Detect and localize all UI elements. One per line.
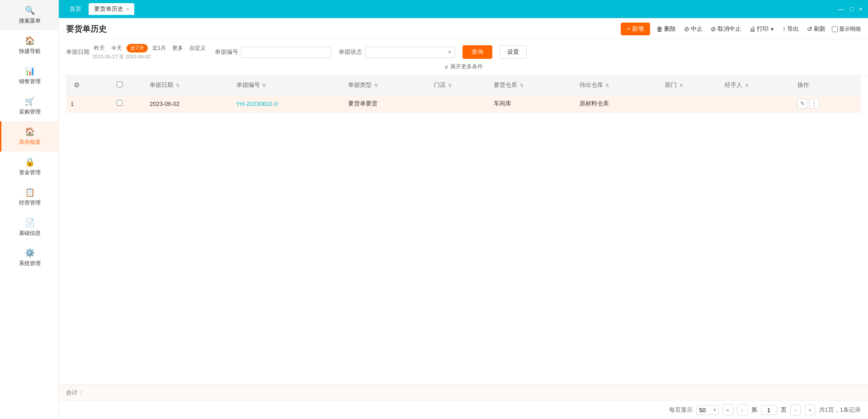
sort-req-warehouse-icon[interactable]: ⇅ <box>520 83 524 88</box>
filter-settings-button[interactable]: 设置 <box>500 45 527 59</box>
export-button[interactable]: ↑ 导出 <box>781 24 801 34</box>
data-table: ⚙ 单据日期 ⇅ 单据编号 ⇅ <box>66 76 861 113</box>
date-filter-label: 单据日期 <box>66 48 90 56</box>
expand-more-button[interactable]: ∨ 展开更多条件 <box>66 63 861 71</box>
main-area: 首页 要货单历史 × — □ × 要货单历史 + 新增 🗑 删除 ⊘ <box>59 0 868 419</box>
first-page-button[interactable]: « <box>722 405 733 415</box>
cell-pending-warehouse: 原材料仓库 <box>575 95 661 113</box>
sort-doc-type-icon[interactable]: ⇅ <box>374 83 378 88</box>
print-label: 打印 <box>757 25 769 33</box>
show-detail-checkbox[interactable] <box>832 26 838 32</box>
prev-page-button[interactable]: ‹ <box>737 405 748 415</box>
col-department: 部门 ⇅ <box>660 76 720 95</box>
date-shortcuts-row: 昨天 今天 近7天 近1月 更多 自定义 <box>92 44 208 52</box>
doc-no-input[interactable] <box>241 47 331 58</box>
sidebar-item-sales-mgmt[interactable]: 📊 销售管理 <box>0 61 58 91</box>
date-btn-custom[interactable]: 自定义 <box>188 44 208 52</box>
row-edit-button[interactable]: ✎ <box>797 99 807 109</box>
system-icon: ⚙️ <box>25 248 35 258</box>
sidebar-item-label: 销售管理 <box>19 78 41 86</box>
date-btn-today[interactable]: 今天 <box>109 44 124 52</box>
total-label: 合计： <box>66 389 84 397</box>
tab-home-label: 首页 <box>70 5 81 13</box>
next-page-button[interactable]: › <box>790 405 801 415</box>
refresh-button[interactable]: ↺ 刷新 <box>805 24 827 34</box>
search-menu-icon: 🔍 <box>25 5 35 15</box>
sidebar-item-finance-mgmt[interactable]: 🔒 资金管理 <box>0 152 58 182</box>
delete-button[interactable]: 🗑 删除 <box>655 24 678 34</box>
print-button[interactable]: 🖨 打印 ▼ <box>747 24 776 34</box>
date-btn-yesterday[interactable]: 昨天 <box>92 44 107 52</box>
table-footer: 合计： <box>59 385 868 400</box>
page-input[interactable] <box>761 405 777 415</box>
page-header: 要货单历史 + 新增 🗑 删除 ⊘ 中止 ⊘ 取消中止 🖨 打印 <box>59 18 868 39</box>
finance-icon: 🔒 <box>25 157 35 167</box>
per-page-label: 每页显示 <box>669 406 693 414</box>
status-select[interactable] <box>365 47 455 58</box>
sidebar-item-operations-mgmt[interactable]: 📋 经营管理 <box>0 182 58 212</box>
col-department-label: 部门 <box>665 81 677 88</box>
window-close-icon[interactable]: × <box>859 5 863 13</box>
sort-pending-warehouse-icon[interactable]: ⇅ <box>605 83 609 88</box>
date-shortcuts: 昨天 今天 近7天 近1月 更多 自定义 2023-05-27 至 2023-0… <box>92 44 208 60</box>
cancel-stop-button[interactable]: ⊘ 取消中止 <box>709 24 743 34</box>
sidebar-item-purchase-mgmt[interactable]: 🛒 采购管理 <box>0 91 58 121</box>
cell-index: 1 <box>66 95 112 113</box>
sort-doc-no-icon[interactable]: ⇅ <box>262 83 266 88</box>
sort-handler-icon[interactable]: ⇅ <box>745 83 749 88</box>
date-btn-7days[interactable]: 近7天 <box>127 44 148 52</box>
per-page-select[interactable]: 50 10 20 100 <box>696 405 719 415</box>
sidebar-item-quick-nav[interactable]: 🏠 快捷导航 <box>0 30 58 61</box>
sidebar-item-search-menu[interactable]: 🔍 搜索菜单 <box>0 0 58 30</box>
col-req-warehouse: 要货仓库 ⇅ <box>489 76 575 95</box>
doc-no-filter-group: 单据编号 <box>215 47 331 58</box>
cell-doc-type: 要货单要货 <box>344 95 429 113</box>
cell-handler <box>720 95 793 113</box>
col-actions: 操作 <box>793 76 861 95</box>
col-doc-date: 单据日期 ⇅ <box>145 76 232 95</box>
table-settings-icon[interactable]: ⚙ <box>71 79 82 91</box>
col-pending-warehouse: 待出仓库 ⇅ <box>575 76 661 95</box>
select-all-checkbox[interactable] <box>117 81 123 87</box>
sidebar-item-inventory[interactable]: 🏠 库存核算 <box>0 121 58 152</box>
cell-actions: ✎ ⋮ <box>793 95 861 113</box>
sort-department-icon[interactable]: ⇅ <box>679 83 683 88</box>
show-detail-button[interactable]: 显示明细 <box>832 25 861 33</box>
row-doc-no-link[interactable]: YH-20230602-0 <box>236 100 278 107</box>
query-button[interactable]: 查询 <box>462 45 492 59</box>
content-area: 要货单历史 + 新增 🗑 删除 ⊘ 中止 ⊘ 取消中止 🖨 打印 <box>59 18 868 419</box>
sidebar-item-label: 快捷导航 <box>19 48 41 55</box>
tab-close-icon[interactable]: × <box>126 6 129 12</box>
row-checkbox[interactable] <box>117 100 123 106</box>
col-handler: 经手人 ⇅ <box>720 76 793 95</box>
col-req-warehouse-label: 要货仓库 <box>494 81 517 88</box>
tab-home[interactable]: 首页 <box>64 3 87 15</box>
page-title: 要货单历史 <box>66 24 107 34</box>
cancel-stop-label: 取消中止 <box>717 25 741 33</box>
window-maximize-icon[interactable]: □ <box>849 5 853 13</box>
cell-doc-no: YH-20230602-0 <box>232 95 344 113</box>
date-btn-1month[interactable]: 近1月 <box>151 44 168 52</box>
window-minimize-icon[interactable]: — <box>838 5 844 13</box>
col-handler-label: 经手人 <box>725 81 742 88</box>
sort-store-icon[interactable]: ⇅ <box>448 83 452 88</box>
new-button[interactable]: + 新增 <box>621 23 650 35</box>
date-range-text: 2023-05-27 至 2023-06-02 <box>92 53 208 60</box>
tab-active[interactable]: 要货单历史 × <box>89 3 134 15</box>
page-unit: 页 <box>781 406 787 414</box>
sales-icon: 📊 <box>25 66 35 76</box>
sidebar-item-system-mgmt[interactable]: ⚙️ 系统管理 <box>0 243 58 273</box>
delete-label: 删除 <box>664 25 676 33</box>
col-doc-date-label: 单据日期 <box>150 81 173 88</box>
pagination-bar: 每页显示 50 10 20 100 « ‹ 第 页 › » 共1页，1条记录 <box>59 400 868 419</box>
export-label: 导出 <box>787 25 799 33</box>
last-page-button[interactable]: » <box>805 405 816 415</box>
sidebar-item-basic-info[interactable]: 📄 基础信息 <box>0 212 58 243</box>
sidebar-item-label: 库存核算 <box>19 138 41 146</box>
sort-doc-date-icon[interactable]: ⇅ <box>176 83 179 88</box>
row-more-button[interactable]: ⋮ <box>809 99 819 109</box>
date-btn-more[interactable]: 更多 <box>170 44 185 52</box>
filter-area: 单据日期 昨天 今天 近7天 近1月 更多 自定义 2023-05-27 至 2… <box>59 39 868 76</box>
purchase-icon: 🛒 <box>25 96 35 106</box>
stop-button[interactable]: ⊘ 中止 <box>682 24 704 34</box>
